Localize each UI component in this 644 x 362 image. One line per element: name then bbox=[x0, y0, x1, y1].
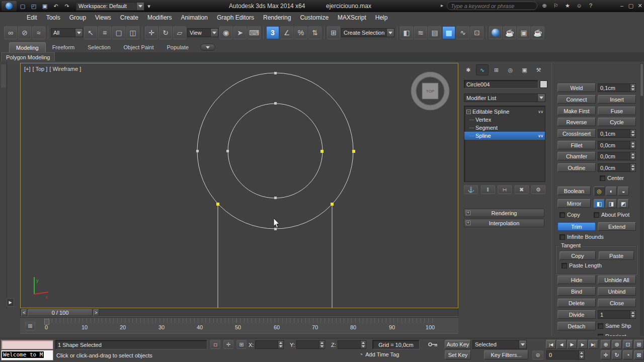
extend-button[interactable]: Extend bbox=[598, 222, 636, 231]
selection-region-icon[interactable]: ▢ bbox=[112, 26, 125, 39]
object-color-swatch[interactable] bbox=[540, 80, 547, 88]
track-bar[interactable]: ⊞ 0 10 20 30 40 50 60 70 80 90 100 bbox=[20, 317, 458, 334]
close-button[interactable]: Close bbox=[598, 299, 636, 307]
spinner-arrows-icon[interactable] bbox=[630, 141, 635, 149]
insert-button[interactable]: Insert bbox=[598, 95, 636, 104]
selection-lock-icon[interactable]: ◘ bbox=[210, 340, 220, 349]
advanced-search-icon[interactable]: ⊕ bbox=[539, 1, 549, 10]
weld-button[interactable]: Weld bbox=[557, 83, 596, 92]
menu-rendering[interactable]: Rendering bbox=[259, 12, 295, 23]
modifier-list-dropdown[interactable]: Modifier List bbox=[464, 94, 545, 102]
infinite-bounds-checkbox[interactable]: Infinite Bounds bbox=[559, 234, 604, 240]
pin-stack-icon[interactable]: ⚓ bbox=[464, 185, 478, 194]
render-production-icon[interactable]: ☕ bbox=[531, 26, 544, 39]
ribbon-toggle-icon[interactable]: ▦ bbox=[442, 26, 455, 39]
ribbon-tab-selection[interactable]: Selection bbox=[81, 42, 117, 52]
fov-icon[interactable]: ◔ bbox=[623, 350, 633, 359]
menu-edit[interactable]: Edit bbox=[22, 12, 42, 23]
keyboard-override-icon[interactable]: ⌨ bbox=[248, 26, 261, 39]
add-time-tag[interactable]: ◔ Add Time Tag bbox=[359, 351, 399, 358]
menu-help[interactable]: Help bbox=[371, 12, 392, 23]
tab-utilities-icon[interactable]: ⚒ bbox=[532, 64, 545, 75]
viewport-pov-menu[interactable]: [ Top ] bbox=[33, 66, 48, 72]
spinner-arrows-icon[interactable] bbox=[630, 164, 635, 171]
expand-icon[interactable]: + bbox=[466, 211, 470, 215]
time-slider-prev-button[interactable]: < bbox=[21, 309, 27, 316]
favorites-icon[interactable]: ★ bbox=[562, 1, 573, 10]
percent-snap-icon[interactable]: % bbox=[294, 26, 307, 39]
stack-item-vertex[interactable]: Vertex bbox=[464, 116, 545, 124]
material-editor-icon[interactable] bbox=[489, 26, 502, 39]
spinner-arrows-icon[interactable] bbox=[579, 351, 584, 359]
new-scene-icon[interactable]: ▢ bbox=[18, 2, 28, 11]
x-coordinate-field[interactable] bbox=[255, 340, 284, 349]
hide-button[interactable]: Hide bbox=[557, 276, 596, 284]
close-icon[interactable]: ✕ bbox=[636, 1, 644, 10]
cross-insert-button[interactable]: CrossInsert bbox=[557, 129, 596, 138]
macro-recorder-field[interactable] bbox=[1, 340, 53, 349]
redo-icon[interactable]: ↷ bbox=[62, 2, 72, 11]
unbind-button[interactable]: Unbind bbox=[598, 287, 636, 296]
search-input[interactable] bbox=[451, 3, 533, 9]
chamfer-button[interactable]: Chamfer bbox=[557, 152, 596, 160]
y-coordinate-field[interactable] bbox=[296, 340, 325, 349]
maximize-viewport-icon[interactable]: ⊠ bbox=[634, 350, 644, 359]
time-slider-next-button[interactable]: > bbox=[93, 309, 99, 316]
app-logo[interactable] bbox=[2, 1, 17, 11]
layer-manager-icon[interactable]: ▤ bbox=[428, 26, 441, 39]
dropdown-arrow-icon[interactable] bbox=[75, 29, 83, 37]
fillet-spinner[interactable]: 0,0cm bbox=[598, 141, 636, 149]
boolean-intersect-icon[interactable]: ◒ bbox=[618, 187, 629, 196]
dropdown-arrow-icon[interactable] bbox=[210, 29, 218, 37]
search-box[interactable] bbox=[447, 2, 537, 10]
copy-checkbox[interactable]: Copy bbox=[559, 212, 580, 218]
tab-motion-icon[interactable]: ◎ bbox=[504, 64, 517, 75]
stack-item-spline[interactable]: Spline ∨∨ bbox=[464, 132, 545, 140]
ribbon-tab-freeform[interactable]: Freeform bbox=[46, 42, 82, 52]
maxscript-listener-field[interactable]: Welcome to M bbox=[1, 350, 53, 360]
select-and-move-icon[interactable]: ✛ bbox=[145, 26, 158, 39]
zoom-extents-icon[interactable]: ⊡ bbox=[623, 340, 633, 349]
spinner-arrows-icon[interactable] bbox=[630, 84, 635, 92]
stack-item-editable-spline[interactable]: − Editable Spline ∨∨ bbox=[464, 108, 545, 116]
curve-editor-icon[interactable]: ∿ bbox=[456, 26, 469, 39]
detach-button[interactable]: Detach bbox=[557, 322, 596, 330]
outline-spinner[interactable]: 0,0cm bbox=[598, 163, 636, 172]
viewport-shading-menu[interactable]: [ Wireframe ] bbox=[49, 66, 81, 72]
zoom-icon[interactable]: ⊕ bbox=[601, 340, 611, 349]
select-and-link-icon[interactable]: ∞ bbox=[4, 26, 17, 39]
show-end-result-icon[interactable]: ‖ bbox=[481, 185, 495, 194]
pan-icon[interactable]: ✛ bbox=[601, 350, 611, 359]
mirror-button[interactable]: Mirror bbox=[557, 199, 591, 208]
sign-in-icon[interactable]: ☺ bbox=[574, 1, 584, 10]
dropdown-arrow-icon[interactable] bbox=[386, 29, 394, 37]
ribbon-panel-polygon-modeling[interactable]: Polygon Modeling bbox=[1, 52, 55, 61]
named-selection-set-dropdown[interactable]: Create Selection Set bbox=[341, 28, 394, 37]
edit-named-sets-icon[interactable]: ⊞ bbox=[327, 26, 340, 39]
cycle-button[interactable]: Cycle bbox=[598, 118, 636, 126]
reverse-button[interactable]: Reverse bbox=[557, 118, 596, 126]
bind-button[interactable]: Bind bbox=[557, 287, 596, 296]
ruler[interactable]: 0 10 20 30 40 50 60 70 80 90 100 bbox=[44, 318, 433, 334]
orbit-icon[interactable]: ↻ bbox=[612, 350, 622, 359]
chamfer-spinner[interactable]: 0,0cm bbox=[598, 152, 636, 160]
fillet-button[interactable]: Fillet bbox=[557, 141, 596, 149]
ribbon-tab-populate[interactable]: Populate bbox=[160, 42, 195, 52]
previous-frame-button[interactable]: ◀ bbox=[556, 340, 567, 349]
spinner-snap-icon[interactable]: ⇅ bbox=[308, 26, 321, 39]
angle-snap-icon[interactable]: ∠ bbox=[280, 26, 293, 39]
auto-key-button[interactable]: Auto Key bbox=[445, 340, 471, 349]
restore-icon[interactable]: ▢ bbox=[627, 1, 635, 10]
ribbon-display-toggle[interactable] bbox=[200, 44, 215, 51]
ribbon-tab-object-paint[interactable]: Object Paint bbox=[117, 42, 160, 52]
make-first-button[interactable]: Make First bbox=[557, 107, 596, 115]
key-filters-button[interactable]: Key Filters... bbox=[484, 350, 528, 359]
goto-end-button[interactable]: ▶| bbox=[588, 340, 598, 349]
dropdown-arrow-icon[interactable] bbox=[519, 340, 526, 348]
fuse-button[interactable]: Fuse bbox=[598, 107, 636, 115]
menu-maxscript[interactable]: MAXScript bbox=[333, 12, 371, 23]
rollout-interpolation[interactable]: + Interpolation bbox=[464, 219, 544, 227]
viewport-top[interactable]: TOP y x [+] [ Top ] [ Wireframe ] bbox=[20, 63, 458, 308]
rollout-rendering[interactable]: + Rendering bbox=[464, 209, 544, 217]
weld-spinner[interactable]: 0,1cm bbox=[598, 83, 636, 92]
